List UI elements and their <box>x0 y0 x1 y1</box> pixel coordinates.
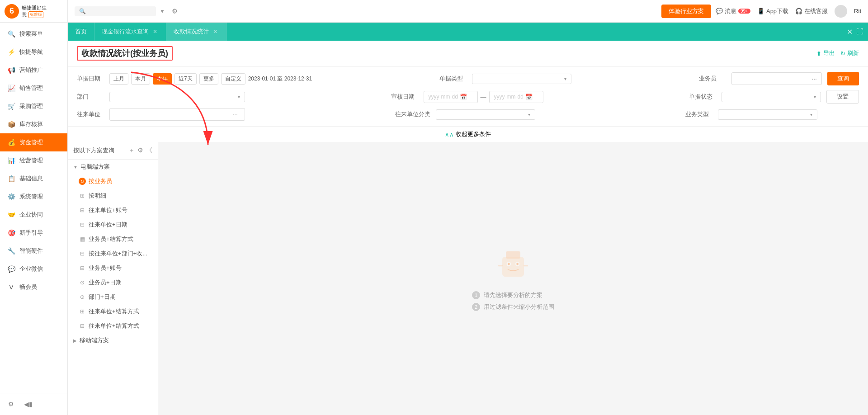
topbar: 🔍 ▼ ⚙ 体验行业方案 💬 消息 99+ 📱 App下载 🎧 在线客服 Rit <box>68 0 868 23</box>
review-date-end[interactable]: yyyy-mm-dd📅 <box>489 91 543 103</box>
desktop-tree-group: ↻ 按业务员 ⊞ 按明细 ⊟ 往来单位+账号 ⊟ 往来单位+日期 <box>68 174 158 333</box>
scheme-item-salesperson-settlement[interactable]: ▦ 业务员+结算方式 <box>73 232 158 246</box>
manage-scheme-icon[interactable]: ⚙ <box>137 146 143 155</box>
biz-type-label: 业务类型 <box>685 110 712 118</box>
filter-row-1: 单据日期 上月 本月 本年 近7天 更多 自定义 2023-01-01 至 20… <box>77 72 859 85</box>
sidebar-item-vip[interactable]: V 畅会员 <box>0 278 67 296</box>
sidebar-item-guide[interactable]: 🎯 新手引导 <box>0 224 67 242</box>
table-icon-2: ⊟ <box>79 221 86 228</box>
smart-hw-icon: 🔧 <box>7 246 16 255</box>
inventory-icon: 📦 <box>7 120 16 129</box>
tab-collection-stats[interactable]: 收款情况统计 ✕ <box>166 23 226 41</box>
scheme-item-salesperson-date[interactable]: ⊙ 业务员+日期 <box>73 275 158 290</box>
grid-icon-2: ⊞ <box>79 308 86 315</box>
review-date-start[interactable]: yyyy-mm-dd📅 <box>424 91 478 103</box>
settings-button[interactable]: 设置 <box>826 90 859 104</box>
clock-icon-1: ⊙ <box>79 279 86 286</box>
page-actions: ⬆ 导出 ↻ 刷新 <box>816 49 859 57</box>
date-btn-prev-month[interactable]: 上月 <box>109 73 128 85</box>
date-btn-7days[interactable]: 近7天 <box>175 73 197 85</box>
scheme-panel-actions: ＋ ⚙ 《 <box>128 146 152 155</box>
topbar-right: 💬 消息 99+ 📱 App下载 🎧 在线客服 Rit <box>716 5 861 18</box>
doc-status-select[interactable]: ▾ <box>722 92 821 102</box>
page-header: 收款情况统计(按业务员) ⬆ 导出 ↻ 刷新 <box>68 41 868 66</box>
counterpart-label: 往来单位 <box>77 110 104 118</box>
sidebar-item-operations[interactable]: 📊 经营管理 <box>0 151 67 170</box>
sidebar-item-search-menu[interactable]: 🔍 搜索菜单 <box>0 25 67 43</box>
topbar-search-icon: 🔍 <box>79 8 86 14</box>
sidebar-item-purchase[interactable]: 🛒 采购管理 <box>0 97 67 115</box>
tab-bank-flow[interactable]: 现金银行流水查询 ✕ <box>94 23 166 41</box>
sidebar-item-inventory[interactable]: 📦 库存核算 <box>0 115 67 133</box>
scheme-item-dept-date[interactable]: ⊙ 部门+日期 <box>73 290 158 304</box>
sidebar-item-smart-hw[interactable]: 🔧 智能硬件 <box>0 242 67 260</box>
sidebar-item-quick-nav[interactable]: ⚡ 快捷导航 <box>0 43 67 61</box>
sidebar-item-sales[interactable]: 📈 销售管理 <box>0 79 67 97</box>
sidebar-item-marketing[interactable]: 📢 营销推广 <box>0 61 67 79</box>
refresh-button[interactable]: ↻ 刷新 <box>840 49 859 57</box>
date-btn-this-month[interactable]: 本月 <box>131 73 150 85</box>
scheme-item-counterpart-date[interactable]: ⊟ 往来单位+日期 <box>73 217 158 232</box>
mobile-group-header[interactable]: ▶ 移动端方案 <box>68 333 158 348</box>
online-service-item[interactable]: 🎧 在线客服 <box>795 7 828 15</box>
grid-icon: ⊞ <box>79 192 86 199</box>
counterpart-select[interactable]: ··· <box>109 108 245 121</box>
topbar-search[interactable]: 🔍 <box>75 6 156 16</box>
tabbar: 首页 现金银行流水查询 ✕ 收款情况统计 ✕ ✕ ⛶ <box>68 23 868 41</box>
phone-icon: 📱 <box>757 8 764 14</box>
scheme-item-counterpart-settlement2[interactable]: ⊟ 往来单位+结算方式 <box>73 319 158 333</box>
topbar-gear-icon[interactable]: ⚙ <box>169 5 181 18</box>
empty-state: 1 请先选择要分析的方案 2 用过滤条件来缩小分析范围 <box>158 142 868 415</box>
export-button[interactable]: ⬆ 导出 <box>816 49 835 57</box>
scheme-item-salesperson-account[interactable]: ⊟ 业务员+账号 <box>73 261 158 275</box>
bar-icon: ▦ <box>79 236 86 243</box>
salesperson-select[interactable]: ··· <box>731 72 822 85</box>
dept-select[interactable]: ▾ <box>109 92 245 102</box>
add-scheme-icon[interactable]: ＋ <box>128 146 135 155</box>
sidebar-item-enterprise[interactable]: 🤝 企业协同 <box>0 206 67 224</box>
biz-type-select[interactable]: ▾ <box>718 109 817 120</box>
date-btn-this-year[interactable]: 本年 <box>153 73 172 85</box>
export-icon: ⬆ <box>816 50 821 57</box>
scheme-item-by-detail[interactable]: ⊞ 按明细 <box>73 189 158 203</box>
doc-status-chevron: ▾ <box>814 94 816 99</box>
biz-type-chevron: ▾ <box>810 112 812 117</box>
scheme-item-counterpart-dept[interactable]: ⊟ 按往来单位+部门+收... <box>73 246 158 261</box>
sidebar-item-finance[interactable]: 💰 资金管理 <box>0 133 67 151</box>
scheme-item-counterpart-settlement1[interactable]: ⊞ 往来单位+结算方式 <box>73 304 158 319</box>
sidebar-item-wechat[interactable]: 💬 企业微信 <box>0 260 67 278</box>
scheme-item-by-salesperson[interactable]: ↻ 按业务员 <box>73 174 158 189</box>
desktop-group-header[interactable]: ▼ 电脑端方案 <box>68 160 158 174</box>
scheme-item-counterpart-account[interactable]: ⊟ 往来单位+账号 <box>73 203 158 217</box>
topbar-dropdown-arrow[interactable]: ▼ <box>160 8 165 14</box>
date-dash: — <box>481 94 486 100</box>
user-avatar[interactable] <box>835 5 847 18</box>
collapse-bar[interactable]: ∧∧ 收起更多条件 <box>68 126 868 142</box>
query-button[interactable]: 查询 <box>827 72 859 85</box>
date-group: 上月 本月 本年 近7天 更多 自定义 2023-01-01 至 2023-12… <box>109 73 312 85</box>
sidebar: 6 畅捷通好生 意 标准版 🔍 搜索菜单 ⚡ 快捷导航 📢 营销推广 📈 销售管… <box>0 0 68 415</box>
tab-home[interactable]: 首页 <box>68 23 94 41</box>
app-download-item[interactable]: 📱 App下载 <box>757 7 788 15</box>
date-btn-more[interactable]: 更多 <box>199 73 218 85</box>
tab-close-all-icon[interactable]: ✕ <box>847 28 853 36</box>
doc-type-select[interactable]: ▾ <box>472 74 571 84</box>
date-btn-custom[interactable]: 自定义 <box>221 73 245 85</box>
filter-section: 单据日期 上月 本月 本年 近7天 更多 自定义 2023-01-01 至 20… <box>68 66 868 142</box>
collapse-scheme-icon[interactable]: 《 <box>146 146 152 155</box>
tab-bank-flow-close[interactable]: ✕ <box>151 28 159 35</box>
collapse-sidebar-icon[interactable]: ◀▮ <box>22 398 34 410</box>
scheme-panel: 按以下方案查询 ＋ ⚙ 《 ▼ 电脑端方案 ↻ 按业务员 <box>68 142 158 415</box>
sidebar-item-basic-info[interactable]: 📋 基础信息 <box>0 170 67 188</box>
tab-collection-stats-close[interactable]: ✕ <box>212 28 219 35</box>
message-item[interactable]: 💬 消息 99+ <box>716 7 750 15</box>
tab-fullscreen-icon[interactable]: ⛶ <box>856 28 863 36</box>
message-icon: 💬 <box>716 8 723 14</box>
date-range-display: 2023-01-01 至 2023-12-31 <box>248 75 312 83</box>
settings-bottom-icon[interactable]: ⚙ <box>5 398 17 410</box>
trial-button[interactable]: 体验行业方案 <box>661 5 711 18</box>
sidebar-item-system[interactable]: ⚙️ 系统管理 <box>0 188 67 206</box>
filter-row-3: 往来单位 ··· 往来单位分类 ▾ 业务类型 <box>77 108 859 121</box>
scheme-panel-title: 按以下方案查询 <box>73 146 114 155</box>
counterpart-cat-select[interactable]: ▾ <box>436 109 535 120</box>
